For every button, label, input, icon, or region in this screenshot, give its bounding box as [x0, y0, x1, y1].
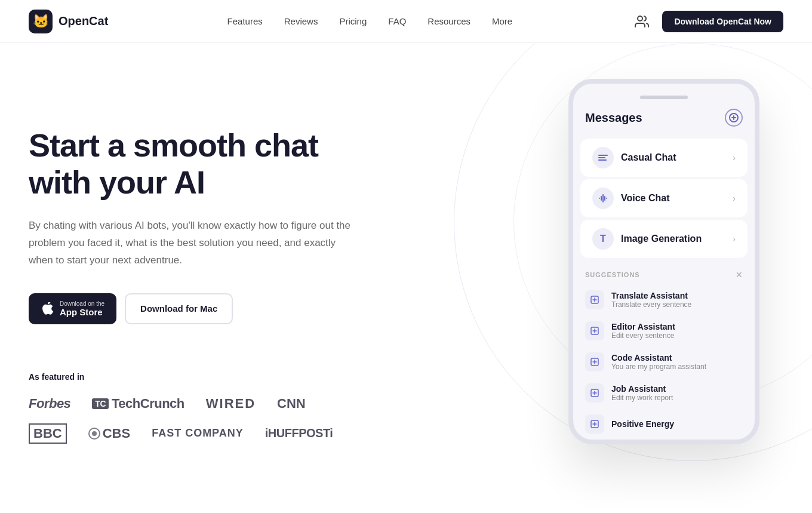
- job-name: Job Assistant: [611, 384, 673, 394]
- appstore-text: Download on the App Store: [60, 300, 104, 317]
- code-desc: You are my program assistant: [611, 363, 706, 371]
- translate-icon: [585, 290, 604, 309]
- suggestions-header: SUGGESTIONS ✕: [573, 260, 755, 284]
- suggestion-job[interactable]: Job Assistant Edit my work report: [573, 377, 755, 408]
- featured-logos-row2: BBC CBS FAST COMPANY iHUFFPOSTi: [29, 423, 387, 444]
- nav-features[interactable]: Features: [227, 16, 263, 26]
- cnn-logo: CNN: [277, 396, 306, 411]
- suggestions-close-button[interactable]: ✕: [736, 270, 743, 279]
- svg-point-2: [92, 431, 97, 436]
- logo-link[interactable]: 🐱 OpenCat: [29, 10, 108, 33]
- cbs-eye-icon: [88, 428, 100, 440]
- cbs-logo: CBS: [88, 426, 130, 441]
- featured-logos-row1: Forbes TC TechCrunch WIRED CNN: [29, 396, 387, 411]
- nav-links: Features Reviews Pricing FAQ Resources M…: [227, 16, 513, 26]
- image-gen-chevron: ›: [733, 234, 736, 244]
- mac-download-button[interactable]: Download for Mac: [125, 293, 233, 324]
- editor-text: Editor Assistant Edit every sentence: [611, 322, 675, 340]
- huffpost-logo: iHUFFPOSTi: [265, 426, 333, 440]
- voice-chat-label: Voice Chat: [621, 193, 670, 204]
- voice-chat-icon: [592, 188, 614, 209]
- appstore-label-small: Download on the: [60, 300, 104, 307]
- suggestion-translate[interactable]: Translate Assistant Translate every sent…: [573, 284, 755, 315]
- hero-title: Start a smooth chat with your AI: [29, 127, 387, 201]
- wired-logo: WIRED: [206, 396, 256, 411]
- hero-section: Start a smooth chat with your AI By chat…: [0, 43, 812, 509]
- editor-icon: [585, 321, 604, 340]
- suggestion-code[interactable]: Code Assistant You are my program assist…: [573, 346, 755, 377]
- translate-text: Translate Assistant Translate every sent…: [611, 291, 691, 309]
- bbc-logo: BBC: [29, 423, 67, 444]
- appstore-label-big: App Store: [60, 307, 103, 317]
- translate-desc: Translate every sentence: [611, 300, 691, 309]
- nav-resources[interactable]: Resources: [427, 16, 470, 26]
- casual-chat-icon: [592, 147, 614, 168]
- chat-item-voice-left: Voice Chat: [592, 188, 670, 209]
- phone-header: Messages: [573, 109, 755, 136]
- logo-icon: 🐱: [29, 10, 53, 33]
- energy-icon: [585, 414, 604, 434]
- image-gen-label: Image Generation: [621, 234, 702, 244]
- chat-item-image[interactable]: T Image Generation ›: [580, 220, 748, 258]
- fastcompany-logo: FAST COMPANY: [152, 427, 244, 440]
- settings-icon-button[interactable]: [631, 11, 653, 32]
- voice-chat-chevron: ›: [733, 193, 736, 203]
- suggestion-energy[interactable]: Positive Energy: [573, 408, 755, 440]
- apple-icon: [41, 302, 54, 315]
- phone-messages-title: Messages: [585, 111, 642, 125]
- svg-point-0: [638, 16, 642, 21]
- featured-label: As featured in: [29, 372, 387, 382]
- energy-text: Positive Energy: [611, 419, 674, 429]
- code-icon: [585, 352, 604, 371]
- job-icon: [585, 383, 604, 403]
- techcrunch-logo: TC TechCrunch: [92, 396, 184, 411]
- nav-more[interactable]: More: [492, 16, 512, 26]
- chat-item-image-left: T Image Generation: [592, 228, 702, 250]
- nav-pricing[interactable]: Pricing: [339, 16, 367, 26]
- nav-reviews[interactable]: Reviews: [284, 16, 318, 26]
- hero-left: Start a smooth chat with your AI By chat…: [29, 91, 387, 456]
- download-cta-button[interactable]: Download OpenCat Now: [662, 11, 783, 32]
- phone-notch: [640, 96, 688, 99]
- suggestions-title: SUGGESTIONS: [585, 271, 640, 278]
- translate-name: Translate Assistant: [611, 291, 691, 300]
- editor-name: Editor Assistant: [611, 322, 675, 331]
- phone-wrapper: Messages: [568, 79, 783, 444]
- forbes-logo: Forbes: [29, 396, 70, 411]
- casual-chat-label: Casual Chat: [621, 152, 676, 163]
- chat-item-casual-left: Casual Chat: [592, 147, 676, 168]
- job-desc: Edit my work report: [611, 394, 673, 402]
- chat-item-voice[interactable]: Voice Chat ›: [580, 179, 748, 217]
- navbar: 🐱 OpenCat Features Reviews Pricing FAQ R…: [0, 0, 812, 43]
- nav-right: Download OpenCat Now: [631, 11, 783, 32]
- hero-buttons: Download on the App Store Download for M…: [29, 293, 387, 324]
- code-name: Code Assistant: [611, 353, 706, 363]
- energy-name: Positive Energy: [611, 419, 674, 429]
- chat-item-casual[interactable]: Casual Chat ›: [580, 139, 748, 177]
- casual-chat-chevron: ›: [733, 153, 736, 162]
- phone-add-button[interactable]: [725, 109, 743, 127]
- featured-section: As featured in Forbes TC TechCrunch WIRE…: [29, 372, 387, 444]
- phone-frame: Messages: [568, 79, 759, 444]
- suggestion-editor[interactable]: Editor Assistant Edit every sentence: [573, 315, 755, 346]
- job-text: Job Assistant Edit my work report: [611, 384, 673, 402]
- image-gen-icon: T: [592, 228, 614, 250]
- phone-mockup-container: Messages: [568, 91, 783, 444]
- code-text: Code Assistant You are my program assist…: [611, 353, 706, 371]
- hero-description: By chating with various AI bots, you'll …: [29, 217, 351, 269]
- logo-text: OpenCat: [59, 14, 108, 28]
- editor-desc: Edit every sentence: [611, 331, 675, 340]
- nav-faq[interactable]: FAQ: [388, 16, 406, 26]
- appstore-button[interactable]: Download on the App Store: [29, 293, 116, 324]
